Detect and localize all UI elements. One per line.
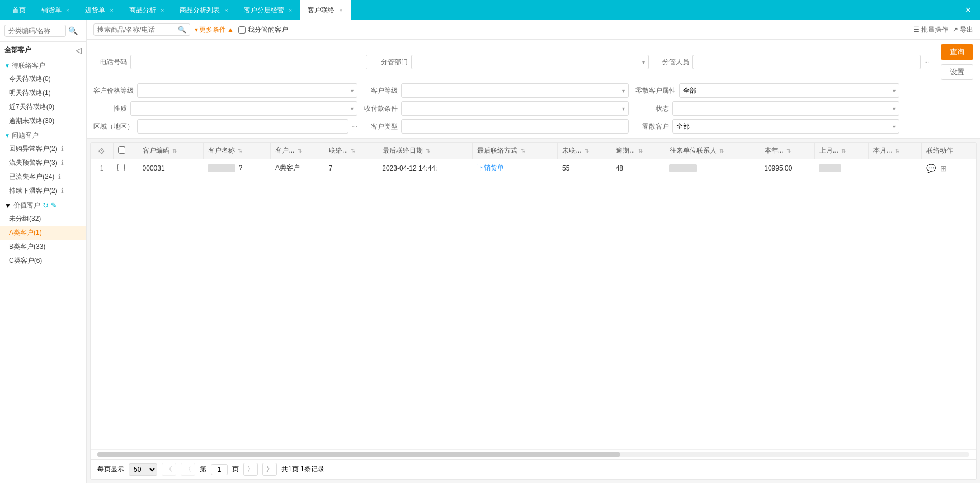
col-customer-type[interactable]: 客户... ⇅ [271, 143, 324, 159]
sidebar-item-class-c[interactable]: C类客户(6) [0, 254, 86, 268]
refresh-icon[interactable]: ↻ [43, 201, 49, 210]
export-button[interactable]: ↗ 导出 [953, 25, 973, 35]
price-level-arrow-icon: ▾ [351, 88, 354, 94]
sidebar-search-area: 🔍 [0, 20, 86, 42]
nav-purchase-order[interactable]: 进货单 × [77, 0, 121, 20]
sidebar-search-icon[interactable]: 🔍 [68, 26, 78, 35]
sidebar-item-class-b[interactable]: B类客户(33) [0, 240, 86, 254]
filter-scattered-customer: 零散客户 全部 ▾ [635, 119, 906, 134]
col-last-contact-method[interactable]: 最后联络方式 ⇅ [473, 143, 558, 159]
nav-customer-segment[interactable]: 客户分层经营 × [236, 0, 300, 20]
window-close-button[interactable]: × [960, 4, 976, 16]
scattered-customer-select[interactable]: 全部 ▾ [672, 119, 899, 134]
my-customers-checkbox[interactable] [238, 26, 246, 34]
row-checkbox[interactable] [117, 164, 125, 171]
dept-select[interactable]: ▾ [411, 55, 648, 69]
sidebar-item-churned[interactable]: 已流失客户(24) ℹ [0, 170, 86, 184]
sidebar-item-tomorrow-pending[interactable]: 明天待联络(1) [0, 86, 86, 100]
col-this-year[interactable]: 本年... ⇅ [760, 143, 814, 159]
last-contact-link[interactable]: 下销货单 [477, 164, 504, 172]
nav-product-analysis[interactable]: 商品分析 × [121, 0, 172, 20]
sort-last-month-icon: ⇅ [841, 148, 846, 154]
close-purchase-order[interactable]: × [110, 7, 113, 13]
customer-level-select[interactable]: ▾ [401, 83, 628, 98]
sidebar-item-declining[interactable]: 持续下滑客户(2) ℹ [0, 184, 86, 198]
nav-product-analysis-list[interactable]: 商品分析列表 × [172, 0, 235, 20]
settings-button[interactable]: 设置 [941, 64, 973, 80]
col-customer-name-label: 客户名称 [208, 146, 235, 154]
sidebar-item-overdue-contact[interactable]: 逾期未联络(30) [0, 114, 86, 128]
select-all-checkbox[interactable] [118, 146, 125, 154]
table-gear-icon[interactable]: ⚙ [98, 146, 105, 155]
sidebar-item-today-pending[interactable]: 今天待联络(0) [0, 72, 86, 86]
col-contact-person[interactable]: 往来单位联系人 ⇅ [665, 143, 760, 159]
row-name: ？ [203, 159, 271, 177]
status-select[interactable]: ▾ [672, 101, 899, 116]
sidebar-item-repurchase-abnormal[interactable]: 回购异常客户(2) ℹ [0, 142, 86, 156]
price-level-select[interactable]: ▾ [137, 83, 357, 98]
page-size-select[interactable]: 50 100 200 [129, 463, 157, 476]
batch-operation-button[interactable]: ☰ 批量操作 [913, 25, 948, 35]
col-this-month[interactable]: 本月... ⇅ [868, 143, 922, 159]
sidebar-item-unclassified[interactable]: 未分组(32) [0, 212, 86, 226]
col-contact-count[interactable]: 联络... ⇅ [324, 143, 378, 159]
filter-customer-level: 客户等级 ▾ [364, 83, 635, 98]
sidebar-search-input[interactable] [4, 25, 66, 37]
page-label: 第 [200, 465, 206, 474]
close-customer-contact[interactable]: × [339, 7, 342, 13]
content-area: 🔍 ▾ 更多条件 ▲ 我分管的客户 ☰ 批量操作 ↗ 导出 [87, 20, 980, 483]
phone-input[interactable] [130, 55, 368, 69]
close-product-analysis-list[interactable]: × [224, 7, 228, 13]
last-page-button[interactable]: 》 [262, 463, 277, 476]
filter-nature: 性质 ▾ [93, 101, 364, 116]
filter-icon: ▾ [195, 26, 198, 34]
customer-type-input[interactable] [401, 119, 628, 134]
page-number-input[interactable] [211, 464, 228, 475]
filter-status: 状态 ▾ [635, 101, 906, 116]
table-scroll[interactable]: ⚙ 客户编码 ⇅ 客户名称 ⇅ [91, 143, 976, 449]
edit-icon[interactable]: ✎ [51, 201, 57, 210]
nav-sales-order[interactable]: 销货单 × [34, 0, 77, 20]
sidebar-item-churn-warning[interactable]: 流失预警客户(3) ℹ [0, 156, 86, 170]
filter-search-icon[interactable]: 🔍 [178, 26, 186, 34]
nature-select[interactable]: ▾ [130, 101, 357, 116]
region-more-icon[interactable]: ··· [352, 122, 357, 130]
my-customers-checkbox-area: 我分管的客户 [238, 25, 288, 35]
scattered-attr-select[interactable]: 全部 ▾ [679, 83, 899, 98]
sidebar-collapse-button[interactable]: ◁ [76, 46, 82, 55]
manager-more-icon[interactable]: ··· [924, 58, 930, 66]
col-last-contact-date[interactable]: 最后联络日期 ⇅ [378, 143, 473, 159]
filter-manager: 分管人员 ··· [656, 55, 936, 69]
more-filters-button[interactable]: ▾ 更多条件 ▲ [195, 25, 234, 35]
row-last-contact-method: 下销货单 [473, 159, 558, 177]
col-overdue[interactable]: 逾期... ⇅ [611, 143, 665, 159]
payment-select[interactable]: ▾ [401, 101, 628, 116]
next-page-button[interactable]: 〉 [243, 463, 258, 476]
col-customer-name[interactable]: 客户名称 ⇅ [203, 143, 271, 159]
close-sales-order[interactable]: × [66, 7, 69, 13]
manager-input[interactable] [692, 55, 921, 69]
dept-label: 分管部门 [374, 58, 408, 67]
col-last-month[interactable]: 上月... ⇅ [814, 143, 868, 159]
filter-customer-type: 客户类型 [364, 119, 635, 134]
first-page-button[interactable]: 《 [162, 463, 176, 476]
search-input[interactable] [97, 26, 176, 34]
query-button[interactable]: 查询 [941, 44, 973, 60]
close-product-analysis[interactable]: × [161, 7, 164, 13]
nav-customer-contact[interactable]: 客户联络 × [300, 0, 350, 20]
pagination-bar: 每页显示 50 100 200 《 〈 第 页 〉 》 共1页 1条记录 [91, 459, 976, 479]
region-input[interactable] [137, 119, 348, 134]
sidebar-item-7day-pending[interactable]: 近7天待联络(0) [0, 100, 86, 114]
problem-customers-section: ▼ 问题客户 [0, 128, 86, 142]
close-customer-segment[interactable]: × [289, 7, 292, 13]
sidebar-item-class-a[interactable]: A类客户(1) [0, 226, 86, 240]
row-action-qr-icon[interactable]: ⊞ [940, 164, 947, 173]
horizontal-scrollbar-area [91, 449, 976, 459]
row-action-comment-icon[interactable]: 💬 [926, 164, 936, 173]
prev-page-button[interactable]: 〈 [181, 463, 195, 476]
scrollbar-thumb[interactable] [97, 452, 620, 457]
col-not-contacted[interactable]: 未联... ⇅ [558, 143, 611, 159]
nav-home[interactable]: 首页 [4, 0, 34, 20]
col-customer-code[interactable]: 客户编码 ⇅ [138, 143, 203, 159]
manager-label: 分管人员 [656, 58, 689, 67]
